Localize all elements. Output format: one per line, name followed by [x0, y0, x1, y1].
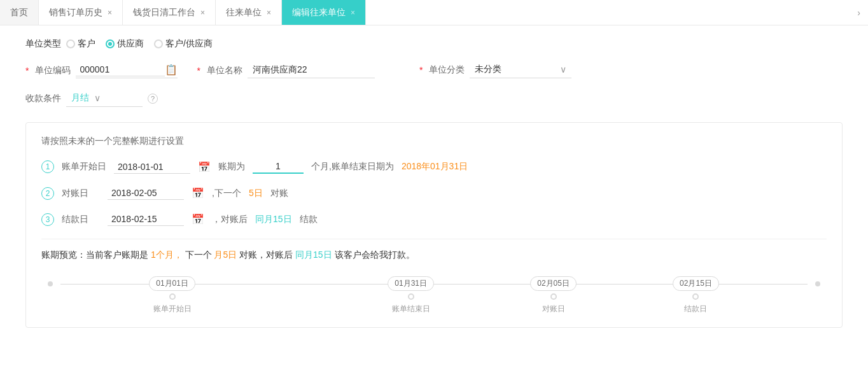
- timeline-badge-2: 01月31日: [388, 276, 434, 291]
- timeline-label-4: 结款日: [684, 304, 707, 314]
- tab-home[interactable]: 首页: [0, 0, 39, 25]
- radio-customer[interactable]: 客户: [66, 38, 95, 50]
- radio-circle-both: [154, 39, 163, 48]
- preview-text: 账期预览：当前客户账期是 1个月， 下一个 月5日 对账，对账后 同月15日 该…: [41, 250, 827, 261]
- payment-terms-label: 收款条件: [25, 93, 61, 104]
- unit-type-group: 单位类型 客户 供应商 客户/供应商: [25, 38, 213, 50]
- timeline-node-3: 02月05日 对账日: [530, 276, 577, 314]
- timeline-node-4: 02月15日 结款日: [673, 276, 719, 314]
- unit-name-label: 单位名称: [207, 65, 242, 76]
- unit-class-label: 单位分类: [429, 64, 465, 76]
- step-date-input-1[interactable]: [114, 160, 190, 174]
- dropdown-chevron-icon: ∨: [560, 64, 566, 74]
- timeline: 01月01日 账单开始日 01月31日 账单结束日 02月05日: [48, 276, 820, 314]
- timeline-dot-2: [408, 293, 414, 300]
- radio-supplier[interactable]: 供应商: [106, 38, 144, 50]
- step-desc-2-prefix: ,下一个: [212, 188, 241, 199]
- step-desc-2-highlight: 5日: [249, 188, 263, 199]
- step-period-unit: 个月,账单结束日期为: [311, 161, 394, 172]
- step-row-3: 3 结款日 📅 ，对账后 同月15日 结款: [41, 213, 827, 226]
- step-date-input-2[interactable]: [108, 186, 184, 200]
- unit-code-edit-icon[interactable]: 📋: [165, 64, 178, 76]
- step-desc-2-suffix: 对账: [270, 188, 288, 199]
- preview-prefix: 账期预览：当前客户账期是: [41, 250, 148, 260]
- unit-class-group: * 单位分类 未分类 ∨: [419, 61, 571, 78]
- radio-customer-supplier[interactable]: 客户/供应商: [154, 38, 213, 50]
- radio-group: 客户 供应商 客户/供应商: [66, 38, 213, 50]
- unit-code-label: 单位编码: [35, 65, 71, 76]
- step-num-1: 1: [41, 160, 54, 173]
- unit-code-input-wrap: 📋: [76, 63, 178, 78]
- payment-terms-row: 收款条件 月结 ∨ ?: [25, 90, 843, 107]
- preview-section: 账期预览：当前客户账期是 1个月， 下一个 月5日 对账，对账后 同月15日 该…: [41, 239, 827, 314]
- step-period-end: 2018年01月31日: [402, 161, 468, 172]
- tab-cash-work[interactable]: 钱货日清工作台 ×: [123, 0, 216, 25]
- step-calendar-icon-2[interactable]: 📅: [192, 187, 204, 199]
- payment-terms-group: 收款条件 月结 ∨ ?: [25, 90, 158, 107]
- preview-text-2: 下一个: [185, 250, 212, 260]
- unit-code-group: * 单位编码 📋: [25, 63, 178, 78]
- close-icon[interactable]: ×: [267, 8, 271, 17]
- step-calendar-icon-3[interactable]: 📅: [192, 213, 204, 225]
- step-desc-3-suffix: 结款: [300, 214, 318, 225]
- unit-class-select[interactable]: 未分类 ∨: [470, 61, 571, 78]
- radio-circle-supplier: [106, 39, 115, 48]
- timeline-start-dot: [48, 281, 53, 286]
- timeline-dot-3: [550, 293, 557, 300]
- period-input[interactable]: [253, 160, 304, 174]
- step-label-2: 对账日: [62, 188, 100, 199]
- timeline-badge-4: 02月15日: [673, 276, 719, 291]
- step-label-3: 结款日: [62, 214, 100, 225]
- help-icon[interactable]: ?: [148, 94, 158, 104]
- preview-text-3: 对账，对账后: [239, 250, 293, 260]
- timeline-badge-1: 01月01日: [149, 276, 195, 291]
- step-period-label: 账期为: [218, 161, 245, 172]
- tab-partner[interactable]: 往来单位 ×: [216, 0, 282, 25]
- preview-highlight-3: 同月15日: [295, 250, 332, 260]
- payment-terms-chevron-icon: ∨: [94, 93, 101, 103]
- step-row-2: 2 对账日 📅 ,下一个 5日 对账: [41, 186, 827, 200]
- unit-type-row: 单位类型 客户 供应商 客户/供应商: [25, 38, 843, 50]
- step-row-1: 1 账单开始日 📅 账期为 个月,账单结束日期为 2018年01月31日: [41, 160, 827, 174]
- payment-terms-value: 月结: [71, 92, 89, 104]
- step-desc-3-prefix: ，对账后: [212, 214, 248, 225]
- timeline-node-2: 01月31日 账单结束日: [388, 276, 434, 314]
- payment-terms-select[interactable]: 月结 ∨: [66, 90, 143, 107]
- tab-edit-partner[interactable]: 编辑往来单位 ×: [282, 0, 366, 25]
- code-name-class-row: * 单位编码 📋 * 单位名称 * 单位分类 未分类 ∨: [25, 61, 843, 78]
- preview-highlight-2: 月5日: [214, 250, 237, 260]
- preview-text-4: 该客户会给我打款。: [335, 250, 415, 260]
- close-icon[interactable]: ×: [351, 8, 355, 17]
- timeline-badge-3: 02月05日: [530, 276, 577, 291]
- step-num-2: 2: [41, 187, 54, 200]
- unit-name-group: * 单位名称: [197, 62, 374, 78]
- step-desc-3-highlight: 同月15日: [255, 214, 292, 225]
- tab-sales-order-history[interactable]: 销售订单历史 ×: [39, 0, 123, 25]
- radio-circle-customer: [66, 39, 75, 48]
- step-num-3: 3: [41, 213, 54, 226]
- tabs-more-arrow[interactable]: ›: [850, 0, 868, 25]
- step-date-input-3[interactable]: [108, 213, 184, 226]
- preview-highlight-1: 1个月，: [151, 250, 183, 260]
- tabs-bar: 首页 销售订单历史 × 钱货日清工作台 × 往来单位 × 编辑往来单位 × ›: [0, 0, 868, 25]
- close-icon[interactable]: ×: [200, 8, 205, 17]
- step-label-1: 账单开始日: [62, 161, 106, 172]
- unit-name-input[interactable]: [248, 62, 375, 78]
- timeline-label-2: 账单结束日: [392, 304, 430, 314]
- unit-class-value: 未分类: [475, 64, 501, 75]
- close-icon[interactable]: ×: [108, 8, 112, 17]
- main-content: 单位类型 客户 供应商 客户/供应商 * 单位编码: [0, 25, 868, 387]
- timeline-dot-1: [169, 293, 176, 300]
- timeline-end-dot: [815, 281, 820, 286]
- unit-code-input[interactable]: [76, 63, 165, 76]
- settings-section: 请按照未来的一个完整帐期进行设置 1 账单开始日 📅 账期为 个月,账单结束日期…: [25, 122, 843, 328]
- timeline-node-1: 01月01日 账单开始日: [149, 276, 195, 314]
- unit-type-label: 单位类型: [25, 38, 61, 50]
- timeline-label-3: 对账日: [542, 304, 565, 314]
- timeline-label-1: 账单开始日: [153, 304, 192, 314]
- timeline-dot-4: [692, 293, 699, 300]
- timeline-nodes: 01月01日 账单开始日 01月31日 账单结束日 02月05日: [48, 276, 820, 314]
- step-calendar-icon-1[interactable]: 📅: [198, 161, 211, 173]
- section-title: 请按照未来的一个完整帐期进行设置: [41, 136, 827, 147]
